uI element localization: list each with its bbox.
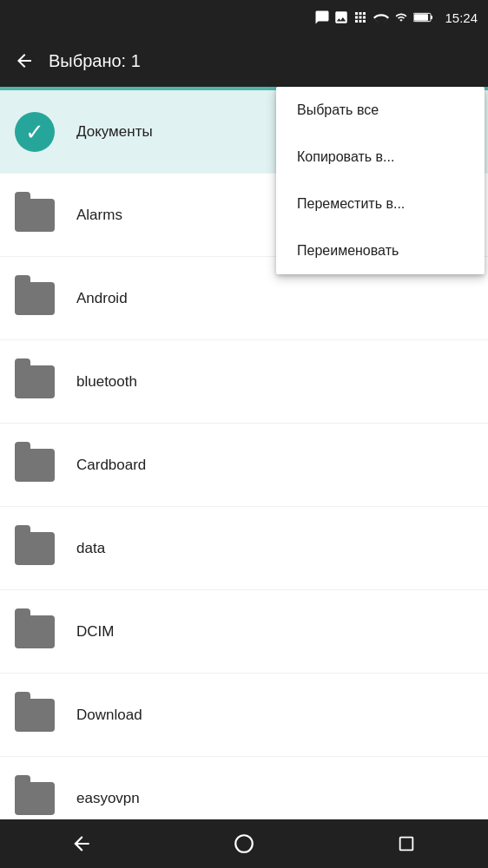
status-bar: 15:24 bbox=[0, 0, 488, 35]
file-name: Cardboard bbox=[76, 457, 146, 474]
app-bar: Выбрано: 1 bbox=[0, 35, 488, 87]
nav-bar bbox=[0, 819, 488, 868]
status-time: 15:24 bbox=[445, 10, 478, 25]
file-name: easyovpn bbox=[76, 790, 140, 807]
status-icons bbox=[314, 10, 368, 25]
file-icon-data bbox=[14, 528, 56, 569]
svg-rect-1 bbox=[414, 14, 428, 20]
svg-point-3 bbox=[235, 835, 253, 852]
file-icon-bluetooth bbox=[14, 361, 56, 403]
nav-home-button[interactable] bbox=[218, 826, 270, 861]
notification-icon bbox=[314, 10, 330, 25]
file-icon-download bbox=[14, 694, 56, 736]
file-name: bluetooth bbox=[76, 373, 137, 391]
svg-rect-4 bbox=[400, 838, 413, 851]
nav-back-button[interactable] bbox=[56, 826, 108, 861]
file-name: Alarms bbox=[76, 207, 122, 224]
photo-icon bbox=[333, 10, 349, 25]
file-icon-alarms bbox=[14, 194, 56, 236]
menu-item-rename[interactable]: Переименовать bbox=[276, 227, 485, 274]
app-icon bbox=[353, 10, 368, 25]
list-item[interactable]: Download bbox=[0, 674, 488, 757]
menu-item-copy-to[interactable]: Копировать в... bbox=[276, 134, 485, 181]
file-icon-cardboard bbox=[14, 444, 56, 486]
file-name: Документы bbox=[76, 123, 153, 141]
file-icon-dcim bbox=[14, 611, 56, 653]
file-icon-easyovpn bbox=[14, 778, 56, 819]
file-name: data bbox=[76, 540, 105, 557]
back-button[interactable] bbox=[14, 50, 35, 71]
file-icon-documents: ✓ bbox=[14, 111, 56, 153]
nav-recents-button[interactable] bbox=[380, 826, 432, 861]
file-icon-android bbox=[14, 278, 56, 319]
list-item[interactable]: DCIM bbox=[0, 590, 488, 674]
app-bar-title: Выбрано: 1 bbox=[49, 51, 141, 71]
wifi-icon bbox=[373, 11, 389, 23]
battery-icon bbox=[413, 11, 434, 23]
menu-item-move-to[interactable]: Переместить в... bbox=[276, 181, 485, 227]
signal-icon bbox=[394, 11, 408, 23]
svg-rect-2 bbox=[431, 16, 432, 19]
file-name: Android bbox=[76, 290, 128, 307]
file-name: DCIM bbox=[76, 623, 114, 641]
context-menu: Выбрать все Копировать в... Переместить … bbox=[276, 87, 485, 274]
list-item[interactable]: Cardboard bbox=[0, 424, 488, 507]
file-name: Download bbox=[76, 707, 142, 724]
list-item[interactable]: bluetooth bbox=[0, 340, 488, 424]
menu-item-select-all[interactable]: Выбрать все bbox=[276, 87, 485, 134]
list-item[interactable]: data bbox=[0, 507, 488, 590]
